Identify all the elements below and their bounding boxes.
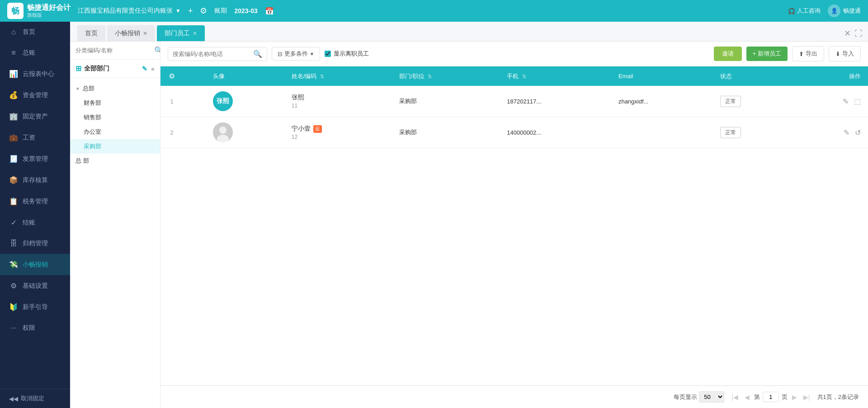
table-settings-icon[interactable]: ⚙	[169, 72, 175, 80]
table-col-index	[183, 66, 206, 86]
dept-search-input[interactable]	[75, 47, 151, 54]
sidebar-item-settings[interactable]: ⚙ 基础设置	[0, 275, 70, 296]
action-icons-2: ✎ ↺	[801, 128, 861, 137]
filter-label: 更多条件	[284, 50, 308, 58]
name-row-1: 张熙	[292, 94, 385, 102]
dept-node-general[interactable]: ▼ 总部	[70, 81, 160, 96]
sidebar-item-archive[interactable]: 🗄 归档管理	[0, 233, 70, 254]
sidebar-item-ledger[interactable]: ≡ 总账	[0, 42, 70, 63]
sidebar-item-inventory[interactable]: 📦 库存核算	[0, 169, 70, 191]
add-icon[interactable]: +	[188, 6, 193, 16]
dept-node-headquarters[interactable]: 总 部	[70, 154, 160, 168]
sidebar-item-checkout[interactable]: ✓ 结账	[0, 212, 70, 233]
last-page-button[interactable]: ▶|	[802, 393, 812, 402]
sidebar-item-capital[interactable]: 💰 资金管理	[0, 84, 70, 106]
avatar: 👤	[828, 5, 840, 17]
period-label: 账期	[214, 7, 227, 15]
import-button[interactable]: ⬇ 导入	[829, 46, 861, 61]
show-resigned-checkbox[interactable]: 显示离职员工	[325, 50, 369, 58]
page-nav: |◀ ◀ 第 页 ▶ ▶|	[730, 392, 811, 402]
refresh-icon-2[interactable]: ↺	[855, 128, 861, 137]
sidebar-item-expense[interactable]: 💸 小畅报销	[0, 254, 70, 275]
dept-label-finance: 财务部	[84, 99, 101, 107]
dept-label-sales: 销售部	[84, 113, 101, 122]
name-sort-icon[interactable]: ⇅	[320, 74, 324, 79]
tab-dept-close-icon[interactable]: ✕	[193, 30, 197, 37]
support-button[interactable]: 🎧 人工咨询	[788, 7, 821, 15]
sidebar-label-checkout: 结账	[23, 219, 35, 227]
filter-button[interactable]: ⊟ 更多条件 ▼	[272, 47, 320, 61]
first-page-button[interactable]: |◀	[730, 393, 740, 402]
logo-area: 畅 畅捷通好会计 旗舰版	[7, 3, 71, 19]
sidebar-item-assets[interactable]: 🏢 固定资产	[0, 106, 70, 127]
dept-label-general: 总部	[83, 84, 94, 93]
pin-toggle[interactable]: ◀◀ 取消固定	[0, 389, 70, 408]
avatar-circle-1: 张熙	[213, 91, 233, 111]
employee-search-input[interactable]	[173, 51, 250, 57]
dept-label-office: 办公室	[84, 128, 101, 136]
tab-dept-label: 部门员工	[165, 29, 190, 38]
dept-node-sales[interactable]: 销售部	[70, 110, 160, 125]
dept-search-icon[interactable]: 🔍	[154, 46, 160, 55]
page-input[interactable]	[763, 392, 779, 402]
close-all-icon[interactable]: ✕	[844, 28, 851, 38]
logo-subtitle: 旗舰版	[27, 12, 71, 19]
sidebar-item-salary[interactable]: 💼 工资	[0, 127, 70, 148]
show-resigned-input[interactable]	[325, 51, 331, 57]
dept-search-bar: 🔍	[70, 42, 160, 60]
sidebar-item-tax[interactable]: 📋 税务管理	[0, 191, 70, 212]
company-name: 江西服宝精品有限责任公司内账张	[78, 7, 173, 15]
edit-icon-1[interactable]: ✎	[843, 97, 849, 106]
row-2-email	[611, 117, 713, 148]
dept-node-purchase[interactable]: 采购部	[70, 139, 160, 154]
dept-sort-icon[interactable]: ⇅	[428, 74, 432, 79]
export-user-icon-1[interactable]: ⬚	[854, 97, 861, 106]
checkout-icon: ✓	[9, 218, 18, 227]
sidebar-item-reports[interactable]: 📊 云报表中心	[0, 63, 70, 84]
dept-all-header[interactable]: ⊞ 全部部门 ✎ «	[70, 60, 160, 78]
dept-node-office[interactable]: 办公室	[70, 125, 160, 139]
sidebar-item-invoice[interactable]: 🧾 发票管理	[0, 148, 70, 169]
prev-page-button[interactable]: ◀	[743, 393, 751, 402]
sidebar-item-guide[interactable]: 🔰 新手引导	[0, 296, 70, 318]
collapse-all-icon[interactable]: «	[151, 65, 155, 72]
tab-expense-close-icon[interactable]: ✕	[143, 30, 147, 37]
export-button[interactable]: ⬆ 导出	[792, 46, 824, 61]
logo-title: 畅捷通好会计	[27, 3, 71, 12]
tab-dept-employee[interactable]: 部门员工 ✕	[157, 25, 205, 41]
fullscreen-icon[interactable]: ⛶	[854, 29, 863, 38]
dept-node-finance[interactable]: 财务部	[70, 96, 160, 110]
logo-icon: 畅	[7, 3, 24, 19]
sidebar-item-home[interactable]: ⌂ 首页	[0, 22, 70, 42]
dept-header-icons: ✎ «	[142, 65, 155, 72]
employee-code-1: 11	[292, 103, 385, 109]
company-selector[interactable]: 江西服宝精品有限责任公司内账张 ▼	[78, 7, 181, 15]
employee-name-1: 张熙	[292, 94, 304, 102]
edit-icon-2[interactable]: ✎	[844, 128, 849, 137]
user-area[interactable]: 👤 畅捷通	[828, 5, 861, 17]
period-value: 2023-03	[234, 7, 257, 14]
add-employee-button[interactable]: + 新增员工	[746, 47, 788, 61]
phone-sort-icon[interactable]: ⇅	[522, 74, 526, 79]
invite-button[interactable]: 邀请	[714, 47, 742, 61]
tab-actions: ✕ ⛶	[839, 28, 868, 41]
calendar-icon[interactable]: 📅	[265, 7, 274, 15]
row-1-name: 张熙 11	[284, 86, 392, 117]
row-1-avatar: 张熙	[206, 86, 284, 117]
sidebar-label-ledger: 总账	[23, 49, 35, 57]
settings-icon[interactable]: ⚙	[200, 6, 207, 16]
search-icon[interactable]: 🔍	[253, 50, 262, 58]
page-size-select[interactable]: 10 20 50 100	[699, 391, 724, 403]
guide-icon: 🔰	[9, 303, 18, 311]
next-page-button[interactable]: ▶	[790, 393, 799, 402]
tab-expense-label: 小畅报销	[115, 29, 140, 38]
username: 畅捷通	[843, 7, 861, 15]
row-1-phone: 187202117...	[500, 86, 611, 117]
sidebar-item-more[interactable]: ··· 权限	[0, 318, 70, 338]
edit-dept-icon[interactable]: ✎	[142, 65, 147, 72]
tab-home[interactable]: 首页	[77, 25, 105, 41]
sidebar-label-more: 权限	[23, 324, 35, 332]
tax-icon: 📋	[9, 197, 18, 206]
status-badge-1: 正常	[720, 96, 741, 107]
tab-expense[interactable]: 小畅报销 ✕	[107, 25, 155, 41]
